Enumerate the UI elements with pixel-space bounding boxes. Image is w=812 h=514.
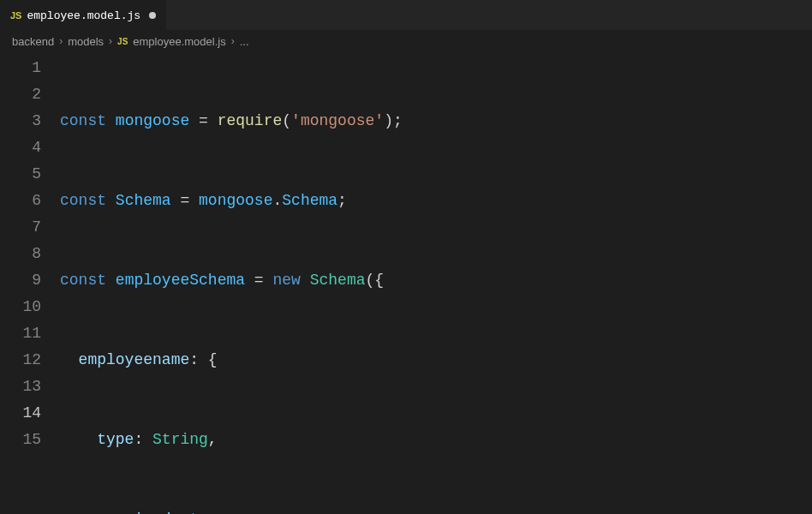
chevron-right-icon: › bbox=[59, 35, 63, 47]
line-number: 2 bbox=[0, 81, 41, 108]
code-line: const mongoose = require('mongoose'); bbox=[60, 108, 812, 134]
line-number: 6 bbox=[0, 188, 41, 214]
line-number: 3 bbox=[0, 108, 41, 134]
code-line: required: true, bbox=[60, 506, 812, 514]
chevron-right-icon: › bbox=[109, 35, 112, 47]
code-line: type: String, bbox=[60, 427, 812, 453]
line-number: 5 bbox=[0, 161, 41, 188]
breadcrumb[interactable]: backend › models › JS employee.model.js … bbox=[0, 31, 812, 51]
line-number: 13 bbox=[0, 374, 41, 400]
breadcrumb-segment[interactable]: ... bbox=[240, 35, 249, 48]
line-number: 15 bbox=[0, 427, 41, 453]
line-number: 12 bbox=[0, 347, 41, 374]
tab-employee-model[interactable]: JS employee.model.js bbox=[0, 0, 167, 31]
js-icon: JS bbox=[10, 10, 21, 21]
line-number: 14 bbox=[0, 400, 41, 427]
line-number: 11 bbox=[0, 320, 41, 347]
code-line: const employeeSchema = new Schema({ bbox=[60, 267, 812, 294]
line-number: 10 bbox=[0, 294, 41, 320]
code-editor[interactable]: 1 2 3 4 5 6 7 8 9 10 11 12 13 14 15 cons… bbox=[0, 51, 812, 514]
line-number: 8 bbox=[0, 241, 41, 267]
dirty-indicator-icon bbox=[149, 12, 156, 19]
js-icon: JS bbox=[117, 37, 128, 46]
line-number: 4 bbox=[0, 134, 41, 161]
line-number: 9 bbox=[0, 267, 41, 294]
tab-filename: employee.model.js bbox=[27, 9, 140, 22]
breadcrumb-segment[interactable]: models bbox=[68, 35, 104, 48]
line-number: 1 bbox=[0, 55, 41, 81]
breadcrumb-segment[interactable]: backend bbox=[12, 35, 54, 48]
code-content[interactable]: const mongoose = require('mongoose'); co… bbox=[60, 55, 812, 514]
chevron-right-icon: › bbox=[231, 35, 235, 47]
breadcrumb-segment[interactable]: employee.model.js bbox=[133, 35, 225, 48]
tab-bar: JS employee.model.js bbox=[0, 0, 812, 31]
line-number: 7 bbox=[0, 214, 41, 241]
code-line: employeename: { bbox=[60, 347, 812, 374]
line-number-gutter: 1 2 3 4 5 6 7 8 9 10 11 12 13 14 15 bbox=[0, 55, 60, 514]
code-line: const Schema = mongoose.Schema; bbox=[60, 188, 812, 214]
